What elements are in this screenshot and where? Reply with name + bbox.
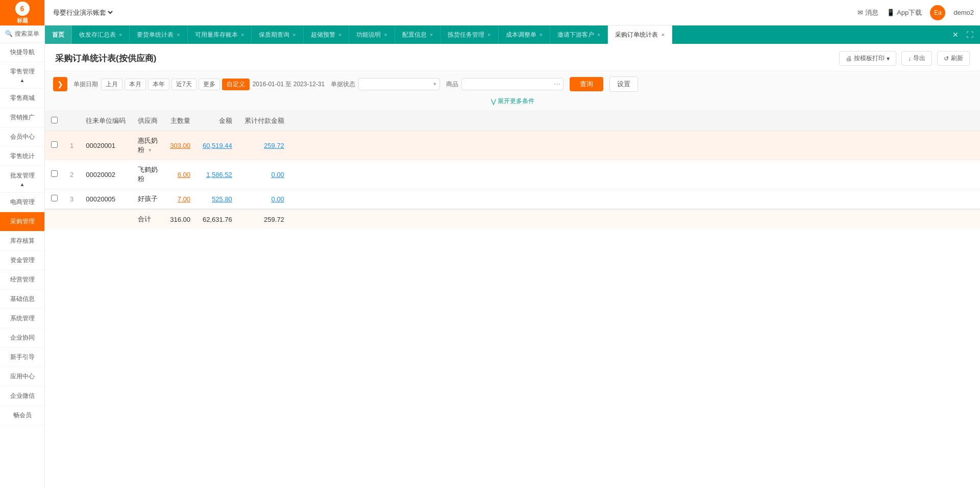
row-1-expand-icon[interactable]: ▾ [149,147,152,153]
date-btn-last-7-days[interactable]: 近7天 [172,79,197,90]
tab-close-all-btn[interactable]: ✕ [949,29,962,41]
tab-cost-adjust[interactable]: 成本调整单 × [499,25,550,44]
col-check [45,111,64,131]
status-select[interactable]: 草稿 已确认 已完成 [358,78,440,90]
sidebar-item-marketing[interactable]: 营销推广 [0,108,44,127]
sidebar-item-wholesale-mgmt[interactable]: 批发管理 ▲ [0,166,44,193]
sidebar-item-operations[interactable]: 经营管理 [0,270,44,290]
row-3-check[interactable] [45,189,64,210]
wholesale-mgmt-arrow: ▲ [20,182,25,187]
table-container: 往来单位编码 供应商 主数量 金额 累计付款金额 1 0002000 [45,111,980,260]
refresh-btn[interactable]: ↺ 刷新 [937,51,970,66]
row-1-amount[interactable]: 60,519.44 [197,131,238,160]
row-3-cumulative-paid[interactable]: 0.00 [238,189,290,210]
date-btn-this-month[interactable]: 本月 [125,79,146,90]
tab-picking-task[interactable]: 拣货任务管理 × [440,25,498,44]
row-1-check[interactable] [45,131,64,160]
row-1-main-qty[interactable]: 303.00 [164,131,197,160]
row-2-amount[interactable]: 1,586.52 [197,160,238,189]
tab-purchase-stats[interactable]: 采购订单统计表 × [608,25,672,44]
tab-home[interactable]: 首页 [45,25,72,44]
export-icon: ↓ [908,55,911,62]
print-btn[interactable]: 🖨 按模板打印 ▾ [839,51,896,66]
tab-warranty-query[interactable]: 保质期查询 × [252,25,303,44]
sidebar-item-ecommerce-mgmt[interactable]: 电商管理 [0,193,44,212]
tab-goods-stats-close[interactable]: × [177,32,180,38]
sidebar-item-enterprise[interactable]: 企业协同 [0,328,44,348]
filter-expand-btn[interactable]: ⋁ 展开更多条件 [491,97,534,106]
settings-btn[interactable]: 设置 [609,76,638,92]
footer-supplier-code [80,209,132,229]
sidebar-item-quick-nav[interactable]: 快捷导航 [0,43,44,62]
goods-input[interactable] [461,78,564,90]
row-2-cumulative-paid[interactable]: 0.00 [238,160,290,189]
sidebar-search[interactable]: 🔍 搜索菜单 [0,25,44,43]
sidebar-item-finance[interactable]: 资金管理 [0,251,44,270]
sidebar-item-new-guide[interactable]: 新手引导 [0,348,44,367]
tab-overstock-alert-close[interactable]: × [338,32,341,38]
user-name[interactable]: demo2 [953,9,974,16]
tab-function-desc[interactable]: 功能说明 × [349,25,395,44]
tab-maximize-btn[interactable]: ⛶ [964,29,976,41]
row-2-main-qty[interactable]: 6.00 [164,160,197,189]
row-3-supplier-name: 好孩子 [132,189,164,210]
sidebar-item-inventory[interactable]: 库存核算 [0,232,44,251]
tab-cost-adjust-close[interactable]: × [540,32,543,38]
sidebar-item-app-center[interactable]: 应用中心 [0,367,44,387]
messages-btn[interactable]: ✉ 消息 [857,8,878,17]
ecommerce-mgmt-label: 电商管理 [10,198,35,207]
tab-overstock-alert[interactable]: 超储预警 × [304,25,349,44]
row-1-checkbox[interactable] [51,141,58,148]
tab-receive-summary[interactable]: 收发存汇总表 × [72,25,130,44]
sidebar-item-vip-member[interactable]: 畅会员 [0,406,44,425]
row-3-main-qty[interactable]: 7.00 [164,189,197,210]
sidebar-item-member-center[interactable]: 会员中心 [0,127,44,147]
row-3-amount[interactable]: 525.80 [197,189,238,210]
date-filter-group: 单据日期 上月 本月 本年 近7天 更多 自定义 2016-01-01 至 20… [74,79,325,90]
row-2-checkbox[interactable] [51,170,58,177]
sidebar-item-purchase-mgmt[interactable]: 采购管理 [0,212,44,232]
tab-purchase-stats-close[interactable]: × [661,32,664,38]
logo-text: 标题 [17,17,28,24]
date-btn-custom[interactable]: 自定义 [222,79,250,90]
tab-available-inventory-close[interactable]: × [241,32,244,38]
date-btn-last-month[interactable]: 上月 [101,79,122,90]
sidebar-item-retail-mgmt[interactable]: 零售管理 ▲ [0,62,44,89]
app-download-btn[interactable]: 📱 App下载 [887,8,922,17]
sidebar-item-system-mgmt[interactable]: 系统管理 [0,309,44,328]
tab-config-info[interactable]: 配置信息 × [395,25,440,44]
sidebar-item-retail-stats[interactable]: 零售统计 [0,147,44,166]
company-select[interactable]: 母婴行业演示账套 [51,8,114,17]
table-row: 3 00020005 好孩子 7.00 525.80 0.00 [45,189,980,210]
sidebar-item-enterprise-wechat[interactable]: 企业微信 [0,387,44,406]
query-btn[interactable]: 查询 [570,77,603,91]
row-3-checkbox[interactable] [51,195,58,201]
tab-config-info-close[interactable]: × [430,32,433,38]
tab-receive-summary-close[interactable]: × [119,32,122,38]
tab-goods-stats[interactable]: 要货单统计表 × [130,25,187,44]
footer-amount: 62,631.76 [197,209,238,229]
tab-function-desc-close[interactable]: × [384,32,387,38]
sidebar-item-retail-mall[interactable]: 零售商城 [0,89,44,108]
app-logo: 6 标题 [0,0,44,25]
goods-input-more-icon[interactable]: ··· [554,80,560,89]
select-all-checkbox[interactable] [51,117,58,123]
date-to: 2023-12-31 [293,81,325,88]
date-btn-this-year[interactable]: 本年 [148,79,169,90]
refresh-label: 刷新 [951,54,963,63]
export-btn[interactable]: ↓ 导出 [901,51,932,66]
inventory-label: 库存核算 [10,237,35,245]
user-avatar[interactable]: Ea [930,5,945,20]
tab-purchase-stats-label: 采购订单统计表 [615,31,658,39]
row-2-check[interactable] [45,160,64,189]
tab-invite-downstream-close[interactable]: × [597,32,600,38]
tab-available-inventory[interactable]: 可用量库存账本 × [188,25,252,44]
sidebar-item-basic-info[interactable]: 基础信息 [0,290,44,309]
footer-check [45,209,64,229]
filter-toggle-btn[interactable]: ❯ [53,77,67,91]
tab-picking-task-close[interactable]: × [487,32,491,38]
tab-warranty-query-close[interactable]: × [292,32,296,38]
tab-invite-downstream[interactable]: 邀请下游客户 × [550,25,608,44]
date-btn-more[interactable]: 更多 [199,79,220,90]
row-1-cumulative-paid[interactable]: 259.72 [238,131,290,160]
